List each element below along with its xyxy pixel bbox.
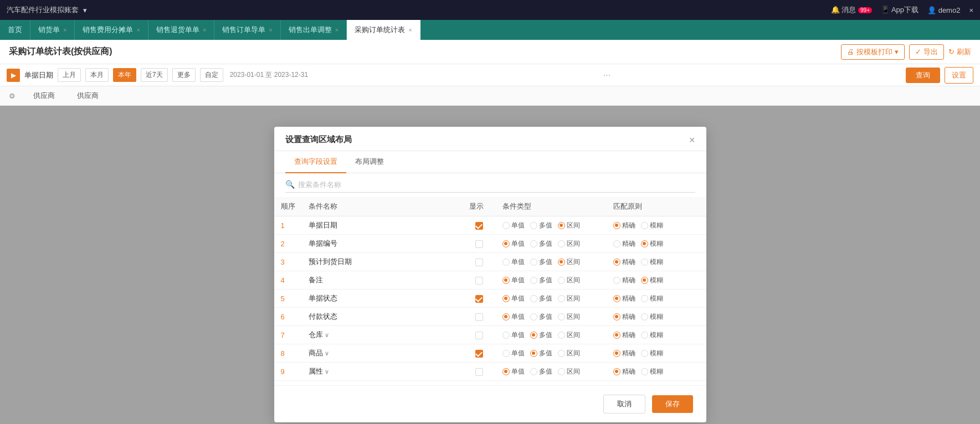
user-avatar[interactable]: 👤 demo2 <box>927 6 960 14</box>
display-checkbox[interactable] <box>475 258 483 266</box>
row-display[interactable] <box>463 235 496 253</box>
match-radio-模糊[interactable]: 模糊 <box>641 221 663 230</box>
tab-sales-close[interactable]: × <box>63 27 66 33</box>
type-radio-区间[interactable]: 区间 <box>558 349 580 358</box>
date-btn-more[interactable]: 更多 <box>172 68 196 82</box>
row-match[interactable]: 精确模糊 <box>607 363 706 381</box>
type-radio-区间[interactable]: 区间 <box>558 294 580 303</box>
type-radio-单值[interactable]: 单值 <box>502 257 525 267</box>
tab-t4-close[interactable]: × <box>269 27 272 33</box>
row-display[interactable] <box>463 289 496 308</box>
more-options-icon[interactable]: ··· <box>603 70 610 80</box>
type-radio-区间[interactable]: 区间 <box>558 330 580 340</box>
type-radio-多值[interactable]: 多值 <box>530 221 552 230</box>
column-settings-icon[interactable]: ⚙ <box>9 92 16 100</box>
match-radio-精确[interactable]: 精确 <box>613 367 635 376</box>
tab-home[interactable]: 首页 <box>0 20 30 40</box>
type-radio-区间[interactable]: 区间 <box>558 257 580 267</box>
row-display[interactable] <box>463 326 496 344</box>
row-type[interactable]: 单值多值区间 <box>496 308 607 326</box>
date-btn-custom[interactable]: 自定 <box>200 68 223 82</box>
type-radio-多值[interactable]: 多值 <box>530 312 552 322</box>
row-match[interactable]: 精确模糊 <box>607 253 706 271</box>
display-checkbox[interactable] <box>475 295 483 303</box>
row-match[interactable]: 精确模糊 <box>607 289 706 308</box>
type-radio-多值[interactable]: 多值 <box>530 349 552 358</box>
display-checkbox[interactable] <box>475 368 483 376</box>
match-radio-精确[interactable]: 精确 <box>613 312 635 322</box>
query-button[interactable]: 查询 <box>906 68 940 83</box>
match-radio-精确[interactable]: 精确 <box>613 349 635 358</box>
type-radio-多值[interactable]: 多值 <box>530 367 552 376</box>
date-btn-last-month[interactable]: 上月 <box>58 68 81 82</box>
row-display[interactable] <box>463 363 496 381</box>
display-checkbox[interactable] <box>475 240 483 248</box>
tab-layout[interactable]: 布局调整 <box>346 151 393 173</box>
type-radio-区间[interactable]: 区间 <box>558 312 580 322</box>
tab-fee[interactable]: 销售费用分摊单 × <box>75 20 148 40</box>
row-match[interactable]: 精确模糊 <box>607 381 706 386</box>
row-type[interactable]: 单值多值区间 <box>496 363 607 381</box>
type-radio-区间[interactable]: 区间 <box>558 239 580 249</box>
sidebar-toggle-button[interactable]: ▶ <box>7 69 20 82</box>
row-type[interactable]: 单值多值区间 <box>496 381 607 386</box>
type-radio-区间[interactable]: 区间 <box>558 221 580 230</box>
row-type[interactable]: 单值多值区间 <box>496 289 607 308</box>
type-radio-单值[interactable]: 单值 <box>502 239 525 249</box>
match-radio-精确[interactable]: 精确 <box>613 221 635 230</box>
display-checkbox[interactable] <box>475 313 483 321</box>
type-radio-区间[interactable]: 区间 <box>558 367 580 376</box>
tab-purchase[interactable]: 采购订单统计表 × <box>347 20 420 40</box>
type-radio-多值[interactable]: 多值 <box>530 330 552 340</box>
row-display[interactable] <box>463 216 496 235</box>
row-match[interactable]: 精确模糊 <box>607 271 706 289</box>
tab-t4[interactable]: 销售订单导单 × <box>214 20 280 40</box>
row-type[interactable]: 单值多值区间 <box>496 326 607 344</box>
row-type[interactable]: 单值多值区间 <box>496 216 607 235</box>
tab-fee-close[interactable]: × <box>136 27 140 33</box>
match-radio-模糊[interactable]: 模糊 <box>641 349 663 358</box>
tab-query-fields[interactable]: 查询字段设置 <box>285 151 346 173</box>
row-display[interactable] <box>463 253 496 271</box>
match-radio-模糊[interactable]: 模糊 <box>641 312 663 322</box>
match-radio-模糊[interactable]: 模糊 <box>641 239 663 249</box>
row-match[interactable]: 精确模糊 <box>607 326 706 344</box>
type-radio-多值[interactable]: 多值 <box>530 257 552 267</box>
save-button[interactable]: 保存 <box>652 395 693 413</box>
row-match[interactable]: 精确模糊 <box>607 216 706 235</box>
date-btn-this-month[interactable]: 本月 <box>85 68 109 82</box>
row-display[interactable] <box>463 381 496 386</box>
type-radio-单值[interactable]: 单值 <box>502 367 525 376</box>
notification-icon[interactable]: 🔔 消息 99+ <box>831 5 872 15</box>
row-display[interactable] <box>463 271 496 289</box>
settings-button[interactable]: 设置 <box>945 67 973 84</box>
cancel-button[interactable]: 取消 <box>603 395 645 413</box>
tab-t5[interactable]: 销售出单调整 × <box>281 20 347 40</box>
type-radio-多值[interactable]: 多值 <box>530 239 552 249</box>
type-radio-区间[interactable]: 区间 <box>558 276 580 285</box>
match-radio-精确[interactable]: 精确 <box>613 257 635 267</box>
row-display[interactable] <box>463 308 496 326</box>
match-radio-模糊[interactable]: 模糊 <box>641 257 663 267</box>
download-icon[interactable]: 📱 App下载 <box>881 5 919 15</box>
tab-purchase-close[interactable]: × <box>408 27 412 33</box>
type-radio-单值[interactable]: 单值 <box>502 294 525 303</box>
row-match[interactable]: 精确模糊 <box>607 235 706 253</box>
match-radio-精确[interactable]: 精确 <box>613 276 635 285</box>
display-checkbox[interactable] <box>475 350 483 358</box>
match-radio-模糊[interactable]: 模糊 <box>641 330 663 340</box>
match-radio-精确[interactable]: 精确 <box>613 294 635 303</box>
match-radio-模糊[interactable]: 模糊 <box>641 276 663 285</box>
row-type[interactable]: 单值多值区间 <box>496 235 607 253</box>
export-button[interactable]: ✓ 导出 <box>909 44 944 60</box>
row-type[interactable]: 单值多值区间 <box>496 271 607 289</box>
type-radio-单值[interactable]: 单值 <box>502 330 525 340</box>
topbar-close-icon[interactable]: × <box>969 6 973 14</box>
match-radio-精确[interactable]: 精确 <box>613 330 635 340</box>
refresh-button[interactable]: ↻ 刷新 <box>948 47 971 57</box>
display-checkbox[interactable] <box>475 277 483 285</box>
match-radio-模糊[interactable]: 模糊 <box>641 294 663 303</box>
row-match[interactable]: 精确模糊 <box>607 308 706 326</box>
display-checkbox[interactable] <box>475 332 483 339</box>
tab-t3-close[interactable]: × <box>203 27 206 33</box>
